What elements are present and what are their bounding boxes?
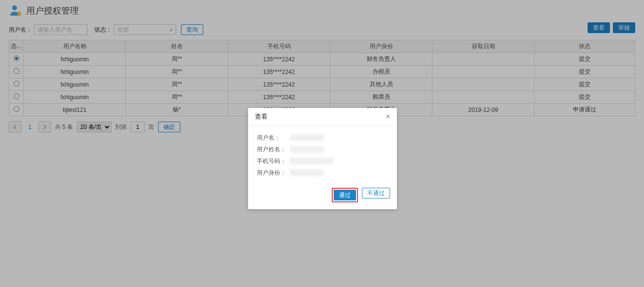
approve-button[interactable]: 通过 [334,190,356,200]
approve-highlight: 通过 [332,188,358,202]
modal-footer: 通过 不通过 [248,183,397,209]
modal-body: 用户名： 用户姓名： 手机号码： 用户身份： [248,126,397,183]
field-label-phone: 手机号码： [257,157,290,165]
field-value-name [290,146,324,153]
reject-button[interactable]: 不通过 [362,188,390,198]
field-value-role [290,169,324,176]
field-label-username: 用户名： [257,134,290,142]
field-label-role: 用户身份： [257,169,290,177]
field-value-username [290,134,324,141]
view-modal: 查看 × 用户名： 用户姓名： 手机号码： 用户身份： 通过 不通过 [248,108,397,209]
field-label-name: 用户姓名： [257,145,290,154]
modal-header: 查看 × [248,108,397,126]
field-value-phone [290,158,334,164]
modal-title: 查看 [255,112,268,121]
close-icon[interactable]: × [386,113,390,121]
